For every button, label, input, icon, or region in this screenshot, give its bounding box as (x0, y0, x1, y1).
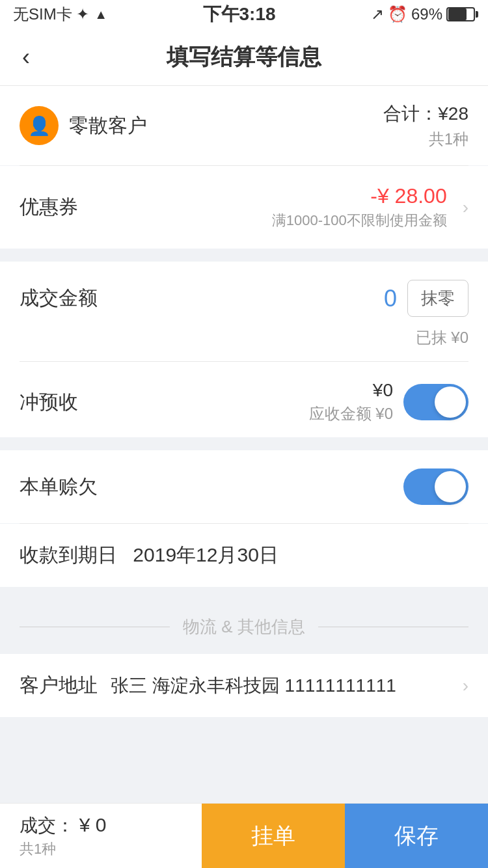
deal-amount-row: 成交金额 0 抹零 (0, 262, 488, 327)
customer-total: 合计：¥28 (383, 102, 468, 126)
page-title: 填写结算等信息 (167, 42, 321, 72)
status-right: ↗ ⏰ 69% (371, 5, 475, 23)
debt-toggle-knob (435, 471, 466, 502)
coupon-value-stack: -¥ 28.00 满1000-100不限制使用金额 (272, 184, 447, 230)
divider-6 (0, 587, 488, 600)
due-date-label: 收款到期日 (20, 544, 117, 565)
status-bar: 无SIM卡 ✦ ▲ 下午3:18 ↗ ⏰ 69% (0, 0, 488, 29)
customer-left: 👤 零散客户 (20, 106, 147, 145)
coupon-label: 优惠券 (20, 194, 78, 221)
coupon-row[interactable]: 优惠券 -¥ 28.00 满1000-100不限制使用金额 › (0, 166, 488, 249)
deal-amount-value[interactable]: 0 (384, 285, 397, 312)
prepay-right: ¥0 应收金额 ¥0 (78, 380, 468, 424)
round-zero-button[interactable]: 抹零 (407, 280, 468, 317)
customer-count: 共1种 (383, 129, 468, 150)
sep-line-right (318, 627, 468, 627)
nav-bar: ‹ 填写结算等信息 (0, 29, 488, 86)
save-button[interactable]: 保存 (345, 804, 488, 868)
prepay-label: 冲预收 (20, 389, 78, 416)
divider-4 (0, 437, 488, 450)
sep-line-left (20, 627, 170, 627)
prepay-value: ¥0 (309, 380, 393, 401)
person-icon: 👤 (28, 115, 51, 137)
wifi-icon: ▲ (94, 7, 107, 22)
alarm-icon: ⏰ (388, 5, 407, 23)
customer-name: 零散客户 (69, 113, 147, 139)
coupon-right: -¥ 28.00 满1000-100不限制使用金额 › (78, 184, 468, 230)
logistics-separator: 物流 & 其他信息 (0, 600, 488, 654)
prepay-row: 冲预收 ¥0 应收金额 ¥0 (0, 362, 488, 437)
battery-icon (446, 7, 475, 21)
debt-toggle[interactable] (403, 468, 468, 505)
prepay-sub: 应收金额 ¥0 (309, 403, 393, 424)
due-date-row: 收款到期日 2019年12月30日 (0, 524, 488, 587)
debt-section: 本单赊欠 (0, 450, 488, 523)
chevron-right-icon: › (463, 197, 468, 218)
prepay-toggle[interactable] (403, 384, 468, 420)
customer-avatar: 👤 (20, 106, 59, 145)
coupon-discount: -¥ 28.00 (272, 184, 447, 208)
location-icon: ↗ (371, 5, 384, 23)
coupon-desc: 满1000-100不限制使用金额 (272, 211, 447, 230)
bottom-bar: 成交： ¥ 0 共1种 挂单 保存 (0, 803, 488, 868)
battery-percent: 69% (411, 5, 442, 23)
address-label: 客户地址 (20, 672, 98, 699)
prepay-value-stack: ¥0 应收金额 ¥0 (309, 380, 393, 424)
address-value: 张三 海淀永丰科技园 11111111111 (111, 673, 457, 698)
logistics-label: 物流 & 其他信息 (183, 616, 305, 638)
address-chevron-icon: › (463, 675, 468, 696)
save-btn-label: 保存 (394, 821, 439, 851)
deal-amount-right: 0 抹零 (98, 280, 468, 317)
pending-button[interactable]: 挂单 (202, 804, 345, 868)
bottom-deal-row: 成交： ¥ 0 (20, 813, 182, 838)
back-button[interactable]: ‹ (16, 37, 36, 77)
toggle-knob (435, 387, 466, 418)
customer-right: 合计：¥28 共1种 (383, 102, 468, 150)
pending-btn-label: 挂单 (251, 821, 295, 851)
status-left: 无SIM卡 ✦ ▲ (13, 4, 107, 25)
deal-amount-sub: 已抹 ¥0 (0, 327, 488, 361)
divider-2 (0, 249, 488, 262)
deal-amount-section: 成交金额 0 抹零 已抹 ¥0 (0, 262, 488, 362)
address-row[interactable]: 客户地址 张三 海淀永丰科技园 11111111111 › (0, 654, 488, 717)
bottom-count: 共1种 (20, 839, 182, 859)
customer-section: 👤 零散客户 合计：¥28 共1种 (0, 86, 488, 165)
no-sim-label: 无SIM卡 ✦ (13, 4, 89, 25)
bottom-deal-label: 成交： (20, 815, 74, 835)
debt-label: 本单赊欠 (20, 474, 98, 500)
due-date-value: 2019年12月30日 (133, 544, 278, 565)
deal-amount-label: 成交金额 (20, 285, 98, 312)
bottom-deal-value: ¥ 0 (79, 814, 107, 835)
status-time: 下午3:18 (203, 2, 276, 27)
bottom-summary: 成交： ¥ 0 共1种 (0, 813, 202, 859)
content: 👤 零散客户 合计：¥28 共1种 优惠券 -¥ 28.00 满1000-100… (0, 86, 488, 868)
